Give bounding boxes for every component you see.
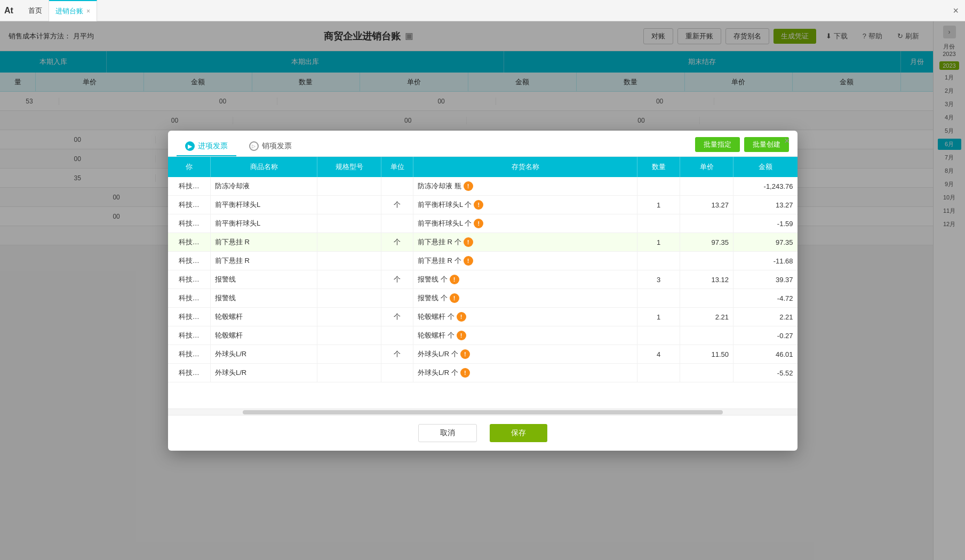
table-row: 科技… 轮毂螺杆 个 轮毂螺杆 个! 1 2.21 2.21 — [168, 308, 797, 326]
cell-product-name: 前平衡杆球头L — [211, 196, 317, 214]
cell-unit — [381, 326, 413, 345]
table-row: 科技… 外球头L/R 外球头L/R 个! -5.52 — [168, 364, 797, 382]
tab-home-label: 首页 — [28, 6, 42, 15]
batch-create-button[interactable]: 批量创建 — [744, 137, 789, 152]
sales-invoice-icon: ▷ — [249, 141, 259, 151]
cell-amount: -4.72 — [733, 289, 797, 308]
cell-product-name: 轮毂螺杆 — [211, 326, 317, 345]
col-unit: 单位 — [381, 157, 413, 177]
cell-quantity — [637, 326, 680, 345]
cell-id: 科技… — [168, 364, 211, 382]
cell-amount: -5.52 — [733, 364, 797, 382]
cell-stock-name: 轮毂螺杆 个! — [413, 308, 637, 326]
invoice-table: 你 商品名称 规格型号 单位 存货名称 数量 单价 金额 科技… 防冻冷却液 — [168, 157, 797, 382]
warning-icon: ! — [450, 293, 459, 303]
table-row: 科技… 报警线 报警线 个! -4.72 — [168, 289, 797, 308]
cell-amount: 97.35 — [733, 233, 797, 252]
cell-product-name: 报警线 — [211, 270, 317, 289]
cell-stock-name: 前下悬挂 R 个! — [413, 233, 637, 252]
tab-purchase-invoice[interactable]: ▶ 进项发票 — [177, 137, 236, 156]
cell-spec — [317, 364, 381, 382]
top-bar: At 首页 进销台账 × × — [0, 0, 965, 21]
purchase-invoice-icon: ▶ — [185, 141, 195, 151]
cell-stock-name: 报警线 个! — [413, 270, 637, 289]
main-content: 销售成本计算方法： 月平均 商贸企业进销台账 ▣ 对账 重新开账 存货别名 生成… — [0, 21, 965, 560]
window-close-button[interactable]: × — [953, 5, 959, 16]
cell-amount: 2.21 — [733, 308, 797, 326]
cell-stock-name: 防冻冷却液 瓶! — [413, 177, 637, 196]
cell-quantity — [637, 289, 680, 308]
cell-id: 科技… — [168, 326, 211, 345]
cell-id: 科技… — [168, 196, 211, 214]
cell-product-name: 前下悬挂 R — [211, 233, 317, 252]
tab-home[interactable]: 首页 — [22, 0, 49, 21]
cell-quantity: 1 — [637, 233, 680, 252]
col-product-name: 商品名称 — [211, 157, 317, 177]
cell-spec — [317, 345, 381, 364]
modal-backdrop: ▶ 进项发票 ▷ 销项发票 批量指定 批量创建 × 你 — [0, 21, 965, 560]
cell-id: 科技… — [168, 214, 211, 233]
tab-ledger-close[interactable]: × — [86, 7, 90, 15]
modal-close-button[interactable]: × — [784, 136, 790, 146]
cell-spec — [317, 270, 381, 289]
cell-amount: -1.59 — [733, 214, 797, 233]
invoice-modal: ▶ 进项发票 ▷ 销项发票 批量指定 批量创建 × 你 — [168, 131, 797, 451]
table-row: 科技… 前下悬挂 R 个 前下悬挂 R 个! 1 97.35 97.35 — [168, 233, 797, 252]
col-id: 你 — [168, 157, 211, 177]
cell-id: 科技… — [168, 345, 211, 364]
warning-icon: ! — [460, 349, 470, 359]
table-row: 科技… 防冻冷却液 防冻冷却液 瓶! -1,243.76 — [168, 177, 797, 196]
modal-scrollbar-thumb — [243, 410, 723, 414]
cell-unit: 个 — [381, 270, 413, 289]
cell-unit-price — [680, 214, 733, 233]
cell-product-name: 报警线 — [211, 289, 317, 308]
col-stock-name: 存货名称 — [413, 157, 637, 177]
modal-header: ▶ 进项发票 ▷ 销项发票 批量指定 批量创建 × — [168, 131, 797, 157]
cell-unit-price — [680, 364, 733, 382]
cell-quantity — [637, 177, 680, 196]
cell-stock-name: 前下悬挂 R 个! — [413, 252, 637, 270]
cell-unit-price: 97.35 — [680, 233, 733, 252]
cell-quantity: 3 — [637, 270, 680, 289]
warning-icon: ! — [474, 219, 483, 228]
cell-id: 科技… — [168, 177, 211, 196]
logo: At — [4, 6, 13, 15]
warning-icon: ! — [457, 312, 466, 322]
cell-quantity: 1 — [637, 196, 680, 214]
table-header-row: 你 商品名称 规格型号 单位 存货名称 数量 单价 金额 — [168, 157, 797, 177]
cell-stock-name: 报警线 个! — [413, 289, 637, 308]
tab-sales-invoice-label: 销项发票 — [262, 141, 292, 151]
cell-product-name: 前平衡杆球头L — [211, 214, 317, 233]
cell-unit: 个 — [381, 308, 413, 326]
cell-unit-price — [680, 177, 733, 196]
cell-unit-price: 13.12 — [680, 270, 733, 289]
cell-spec — [317, 233, 381, 252]
cell-stock-name: 前平衡杆球头L 个! — [413, 214, 637, 233]
tab-ledger[interactable]: 进销台账 × — [49, 0, 97, 21]
cell-id: 科技… — [168, 289, 211, 308]
tab-sales-invoice[interactable]: ▷ 销项发票 — [241, 137, 300, 156]
cell-amount: -0.27 — [733, 326, 797, 345]
modal-body: 你 商品名称 规格型号 单位 存货名称 数量 单价 金额 科技… 防冻冷却液 — [168, 157, 797, 409]
modal-scrollbar-area[interactable] — [168, 409, 797, 415]
tab-purchase-invoice-label: 进项发票 — [198, 141, 228, 151]
save-button[interactable]: 保存 — [490, 424, 547, 442]
cell-id: 科技… — [168, 270, 211, 289]
warning-icon: ! — [464, 256, 473, 266]
cell-unit-price — [680, 289, 733, 308]
warning-icon: ! — [457, 331, 466, 340]
cell-stock-name: 轮毂螺杆 个! — [413, 326, 637, 345]
cell-amount: 13.27 — [733, 196, 797, 214]
cell-unit-price — [680, 252, 733, 270]
modal-actions: 批量指定 批量创建 — [695, 137, 789, 156]
cell-id: 科技… — [168, 233, 211, 252]
cell-spec — [317, 214, 381, 233]
batch-assign-button[interactable]: 批量指定 — [695, 137, 740, 152]
table-row: 科技… 外球头L/R 个 外球头L/R 个! 4 11.50 46.01 — [168, 345, 797, 364]
cell-unit-price: 2.21 — [680, 308, 733, 326]
col-unit-price: 单价 — [680, 157, 733, 177]
warning-icon: ! — [450, 275, 459, 284]
cancel-button[interactable]: 取消 — [418, 424, 477, 442]
cell-unit — [381, 289, 413, 308]
cell-spec — [317, 308, 381, 326]
